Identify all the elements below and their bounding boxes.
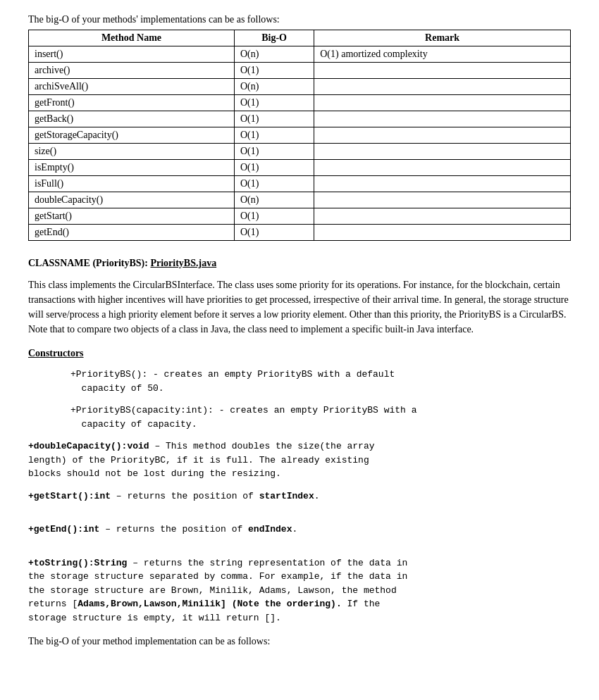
to-string-returns-post: If the bbox=[342, 599, 381, 609]
get-start-block: +getStart():int – returns the position o… bbox=[28, 489, 571, 504]
get-end-block: +getEnd():int – returns the position of … bbox=[28, 523, 571, 537]
big-o-cell: O(1) bbox=[234, 95, 314, 111]
table-row: getEnd()O(1) bbox=[29, 225, 571, 241]
get-start-signature: +getStart():int bbox=[28, 491, 111, 501]
method-name-cell: insert() bbox=[29, 46, 235, 63]
to-string-text1: – returns the string representation of t… bbox=[127, 558, 407, 568]
double-capacity-signature: +doubleCapacity():void bbox=[28, 441, 149, 451]
col-method-name: Method Name bbox=[29, 30, 235, 46]
get-start-bold: startIndex bbox=[259, 491, 314, 501]
big-o-cell: O(1) bbox=[234, 127, 314, 144]
to-string-returns-pre: returns [ bbox=[28, 599, 78, 609]
constructor1-block: +PriorityBS(): - creates an empty Priori… bbox=[70, 368, 571, 395]
table-row: isFull()O(1) bbox=[29, 176, 571, 192]
col-remark: Remark bbox=[314, 30, 571, 46]
to-string-returns-mid bbox=[226, 599, 232, 609]
method-name-cell: size() bbox=[29, 144, 235, 160]
constructor1-signature: +PriorityBS(): bbox=[70, 369, 147, 380]
table-row: getFront()O(1) bbox=[29, 95, 571, 111]
double-capacity-block: +doubleCapacity():void – This method dou… bbox=[28, 439, 571, 481]
method-name-cell: doubleCapacity() bbox=[29, 192, 235, 208]
method-name-cell: isEmpty() bbox=[29, 160, 235, 176]
get-end-text: – returns the position of bbox=[99, 524, 248, 535]
table-row: getStart()O(1) bbox=[29, 208, 571, 225]
remark-cell bbox=[314, 208, 571, 225]
complexity-table: Method Name Big-O Remark insert()O(n)O(1… bbox=[28, 30, 571, 241]
big-o-cell: O(1) bbox=[234, 208, 314, 225]
remark-cell bbox=[314, 79, 571, 95]
table-row: isEmpty()O(1) bbox=[29, 160, 571, 176]
to-string-text3: the storage structure are Brown, Minilik… bbox=[28, 585, 397, 596]
remark-cell bbox=[314, 225, 571, 241]
bottom-text: The big-O of your method implementation … bbox=[28, 636, 571, 647]
remark-cell bbox=[314, 160, 571, 176]
big-o-cell: O(1) bbox=[234, 111, 314, 127]
table-row: size()O(1) bbox=[29, 144, 571, 160]
method-name-cell: getStart() bbox=[29, 208, 235, 225]
big-o-cell: O(1) bbox=[234, 63, 314, 79]
to-string-signature: +toString():String bbox=[28, 558, 127, 568]
get-end-end: . bbox=[292, 524, 297, 535]
to-string-text2: the storage structure separated by comma… bbox=[28, 571, 407, 582]
classname-filename: PriorityBS.java bbox=[150, 258, 216, 268]
method-name-cell: getBack() bbox=[29, 111, 235, 127]
method-name-cell: archive() bbox=[29, 63, 235, 79]
intro-text: The big-O of your methods' implementatio… bbox=[28, 14, 571, 25]
big-o-cell: O(1) bbox=[234, 144, 314, 160]
remark-cell bbox=[314, 111, 571, 127]
get-end-bold: endIndex bbox=[248, 524, 292, 535]
remark-cell: O(1) amortized complexity bbox=[314, 46, 571, 63]
remark-cell bbox=[314, 192, 571, 208]
constructors-heading: Constructors bbox=[28, 348, 571, 359]
method-name-cell: getEnd() bbox=[29, 225, 235, 241]
big-o-cell: O(n) bbox=[234, 192, 314, 208]
big-o-cell: O(1) bbox=[234, 176, 314, 192]
constructor2-block: +PriorityBS(capacity:int): - creates an … bbox=[70, 404, 571, 431]
table-row: archive()O(1) bbox=[29, 63, 571, 79]
big-o-cell: O(n) bbox=[234, 79, 314, 95]
classname-label: CLASSNAME (PriorityBS): bbox=[28, 258, 148, 268]
to-string-returns-bold2: (Note the ordering). bbox=[232, 599, 342, 609]
get-end-signature: +getEnd():int bbox=[28, 524, 99, 535]
constructor2-signature: +PriorityBS(capacity:int): bbox=[70, 405, 214, 415]
method-name-cell: archiSveAll() bbox=[29, 79, 235, 95]
col-big-o: Big-O bbox=[234, 30, 314, 46]
big-o-cell: O(1) bbox=[234, 160, 314, 176]
table-row: archiSveAll()O(n) bbox=[29, 79, 571, 95]
remark-cell bbox=[314, 176, 571, 192]
method-name-cell: getFront() bbox=[29, 95, 235, 111]
get-start-end: . bbox=[314, 491, 320, 501]
table-row: getBack()O(1) bbox=[29, 111, 571, 127]
remark-cell bbox=[314, 144, 571, 160]
method-name-cell: isFull() bbox=[29, 176, 235, 192]
to-string-returns-bold1: Adams,Brown,Lawson,Minilik] bbox=[78, 599, 226, 609]
remark-cell bbox=[314, 95, 571, 111]
big-o-cell: O(n) bbox=[234, 46, 314, 63]
to-string-block: +toString():String – returns the string … bbox=[28, 556, 571, 625]
table-row: insert()O(n)O(1) amortized complexity bbox=[29, 46, 571, 63]
remark-cell bbox=[314, 127, 571, 144]
to-string-text5: storage structure is empty, it will retu… bbox=[28, 613, 281, 623]
classname-heading: CLASSNAME (PriorityBS): PriorityBS.java bbox=[28, 258, 571, 269]
table-row: getStorageCapacity()O(1) bbox=[29, 127, 571, 144]
remark-cell bbox=[314, 63, 571, 79]
get-start-text: – returns the position of bbox=[111, 491, 259, 501]
big-o-cell: O(1) bbox=[234, 225, 314, 241]
class-description: This class implements the CircularBSInte… bbox=[28, 277, 571, 337]
table-row: doubleCapacity()O(n) bbox=[29, 192, 571, 208]
method-name-cell: getStorageCapacity() bbox=[29, 127, 235, 144]
